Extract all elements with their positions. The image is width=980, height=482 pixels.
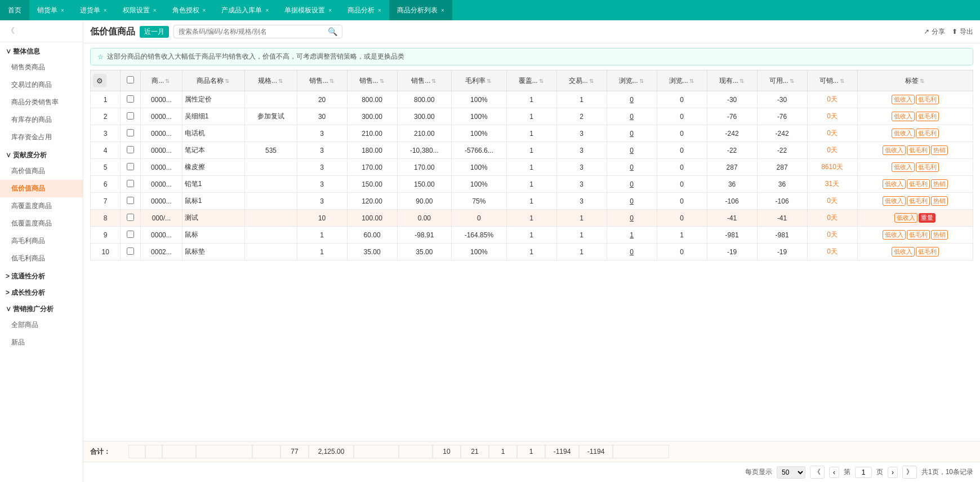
col-tags[interactable]: 标签⇅ bbox=[857, 70, 973, 91]
tag-label: 低收入 bbox=[892, 95, 915, 104]
nav-template-settings[interactable]: 单据模板设置 × bbox=[277, 0, 340, 20]
sidebar-item-high-margin[interactable]: 高毛利商品 bbox=[0, 232, 83, 250]
sidebar-item-new-products[interactable]: 新品 bbox=[0, 334, 83, 351]
row-s7[interactable]: 0 bbox=[607, 159, 657, 176]
nav-sales-close[interactable]: × bbox=[61, 7, 64, 14]
sidebar-item-category-sales-rate[interactable]: 商品分类销售率 bbox=[0, 94, 83, 111]
row-checkbox[interactable] bbox=[121, 108, 141, 125]
nav-template-settings-close[interactable]: × bbox=[328, 7, 332, 14]
sidebar-item-sales-products[interactable]: 销售类商品 bbox=[0, 59, 83, 76]
sidebar-collapse-btn[interactable]: 《 bbox=[5, 24, 17, 38]
row-code: 0000... bbox=[140, 159, 182, 176]
first-page-btn[interactable]: 《 bbox=[810, 466, 825, 479]
col-trade[interactable]: 交易...⇅ bbox=[556, 70, 607, 91]
sidebar-item-stock-capital[interactable]: 库存资金占用 bbox=[0, 129, 83, 146]
col-s2[interactable]: 销售...⇅ bbox=[347, 70, 397, 91]
row-s3: -98.91 bbox=[397, 227, 452, 244]
search-input[interactable] bbox=[179, 28, 326, 36]
row-s7[interactable]: 0 bbox=[607, 176, 657, 193]
nav-purchase[interactable]: 进货单 × bbox=[72, 0, 115, 20]
nav-analysis-list-close[interactable]: × bbox=[441, 7, 444, 14]
main-layout: 《 ∨ 整体信息 销售类商品 交易过的商品 商品分类销售率 有库存的商品 库存资… bbox=[0, 20, 980, 482]
row-checkbox[interactable] bbox=[121, 125, 141, 142]
sidebar-item-high-value[interactable]: 高价值商品 bbox=[0, 162, 83, 180]
col-sellable[interactable]: 可销...⇅ bbox=[807, 70, 857, 91]
nav-product-storage[interactable]: 产成品入库单 × bbox=[213, 0, 277, 20]
row-s2: 100.00 bbox=[347, 210, 397, 227]
row-s8: 0 bbox=[657, 91, 707, 108]
row-s3: 0.00 bbox=[397, 210, 452, 227]
row-s7[interactable]: 0 bbox=[607, 210, 657, 227]
row-s5: 1 bbox=[506, 176, 556, 193]
sidebar-item-high-coverage[interactable]: 高覆盖度商品 bbox=[0, 197, 83, 215]
nav-product-analysis[interactable]: 商品分析 × bbox=[340, 0, 389, 20]
nav-permissions-close[interactable]: × bbox=[153, 7, 157, 14]
row-s7[interactable]: 0 bbox=[607, 193, 657, 210]
sidebar-item-low-value[interactable]: 低价值商品 bbox=[0, 180, 83, 197]
next-page-btn[interactable]: › bbox=[888, 467, 898, 478]
sidebar-item-traded-products[interactable]: 交易过的商品 bbox=[0, 76, 83, 94]
col-code[interactable]: 商...⇅ bbox=[140, 70, 182, 91]
row-checkbox[interactable] bbox=[121, 91, 141, 108]
sidebar-group-marketing[interactable]: ∨ 营销推广分析 bbox=[0, 300, 83, 316]
sidebar-item-low-coverage[interactable]: 低覆盖度商品 bbox=[0, 215, 83, 232]
pagination-bar: 每页显示 50 100 200 《 ‹ 第 页 › 》 共1页，10条记录 bbox=[83, 462, 980, 482]
row-code: 0002... bbox=[140, 244, 182, 260]
sidebar-group-contribution[interactable]: ∨ 贡献度分析 bbox=[0, 146, 83, 162]
row-checkbox[interactable] bbox=[121, 142, 141, 159]
row-s8: 0 bbox=[657, 244, 707, 260]
row-s7[interactable]: 0 bbox=[607, 125, 657, 142]
row-s7[interactable]: 0 bbox=[607, 142, 657, 159]
page-size-select[interactable]: 50 100 200 bbox=[777, 466, 805, 479]
col-view1[interactable]: 浏览...⇅ bbox=[607, 70, 657, 91]
row-checkbox[interactable] bbox=[121, 210, 141, 227]
col-checkbox[interactable] bbox=[121, 70, 141, 91]
last-page-btn[interactable]: 》 bbox=[902, 466, 917, 479]
nav-role-auth[interactable]: 角色授权 × bbox=[164, 0, 214, 20]
nav-sales[interactable]: 销货单 × bbox=[29, 0, 72, 20]
col-s3[interactable]: 销售...⇅ bbox=[397, 70, 452, 91]
row-name: 铅笔1 bbox=[182, 176, 245, 193]
row-checkbox[interactable] bbox=[121, 176, 141, 193]
row-code: 0000... bbox=[140, 227, 182, 244]
search-box[interactable]: 🔍 bbox=[173, 25, 342, 38]
row-checkbox[interactable] bbox=[121, 193, 141, 210]
nav-product-storage-close[interactable]: × bbox=[265, 7, 269, 14]
export-button[interactable]: ⬆ 导出 bbox=[952, 27, 973, 37]
time-tag-btn[interactable]: 近一月 bbox=[140, 26, 169, 38]
nav-product-analysis-close[interactable]: × bbox=[378, 7, 381, 14]
table-row: 50000...橡皮擦3170.00170.00100%130028728786… bbox=[91, 159, 973, 176]
row-s7[interactable]: 0 bbox=[607, 108, 657, 125]
row-s7[interactable]: 0 bbox=[607, 244, 657, 260]
row-checkbox[interactable] bbox=[121, 159, 141, 176]
col-view2[interactable]: 浏览...⇅ bbox=[657, 70, 707, 91]
nav-home[interactable]: 首页 bbox=[0, 0, 29, 20]
page-input[interactable] bbox=[855, 467, 872, 478]
sidebar-item-stock-products[interactable]: 有库存的商品 bbox=[0, 111, 83, 129]
col-spec[interactable]: 规格...⇅ bbox=[245, 70, 297, 91]
sidebar-group-flow[interactable]: > 流通性分析 bbox=[0, 267, 83, 284]
sidebar-group-overall[interactable]: ∨ 整体信息 bbox=[0, 42, 83, 59]
select-all-checkbox[interactable] bbox=[127, 76, 134, 83]
col-margin[interactable]: 毛利率⇅ bbox=[452, 70, 507, 91]
col-settings[interactable]: ⚙ bbox=[91, 70, 121, 91]
sidebar-group-growth[interactable]: > 成长性分析 bbox=[0, 284, 83, 300]
row-s7[interactable]: 0 bbox=[607, 91, 657, 108]
col-s1[interactable]: 销售...⇅ bbox=[297, 70, 347, 91]
nav-permissions[interactable]: 权限设置 × bbox=[115, 0, 164, 20]
share-button[interactable]: ↗ 分享 bbox=[924, 27, 945, 37]
col-current-stock[interactable]: 现有...⇅ bbox=[707, 70, 757, 91]
nav-role-auth-close[interactable]: × bbox=[203, 7, 206, 14]
row-checkbox[interactable] bbox=[121, 244, 141, 260]
row-tags: 低收入重量 bbox=[857, 210, 973, 227]
prev-page-btn[interactable]: ‹ bbox=[829, 467, 839, 478]
nav-analysis-list[interactable]: 商品分析列表 × bbox=[389, 0, 452, 20]
col-available[interactable]: 可用...⇅ bbox=[757, 70, 807, 91]
row-s7[interactable]: 1 bbox=[607, 227, 657, 244]
row-checkbox[interactable] bbox=[121, 227, 141, 244]
sidebar-item-all-products[interactable]: 全部商品 bbox=[0, 316, 83, 334]
nav-purchase-close[interactable]: × bbox=[104, 7, 107, 14]
col-name[interactable]: 商品名称⇅ bbox=[182, 70, 245, 91]
col-coverage[interactable]: 覆盖...⇅ bbox=[506, 70, 556, 91]
sidebar-item-low-margin[interactable]: 低毛利商品 bbox=[0, 250, 83, 267]
